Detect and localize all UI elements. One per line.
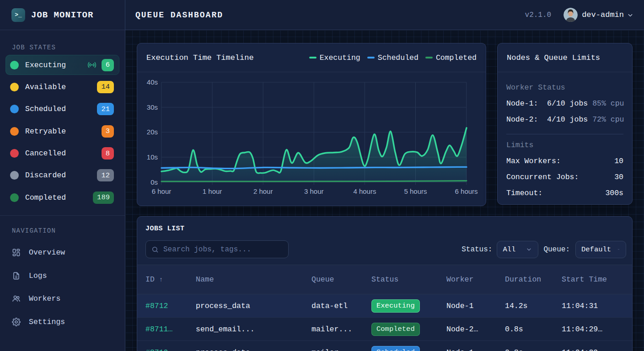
svg-text:6 hours: 6 hours [455,187,478,195]
svg-text:30s: 30s [147,103,158,111]
svg-text:4 hours: 4 hours [353,187,376,195]
svg-text:6 hour: 6 hour [152,187,172,195]
svg-text:2 hour: 2 hour [253,187,273,195]
svg-text:40s: 40s [147,78,158,86]
svg-text:5 hours: 5 hours [404,187,427,195]
svg-text:0s: 0s [150,178,158,186]
svg-text:1 hour: 1 hour [203,187,222,195]
svg-text:3 hour: 3 hour [304,187,324,195]
svg-text:20s: 20s [147,128,158,136]
svg-text:10s: 10s [147,153,158,161]
